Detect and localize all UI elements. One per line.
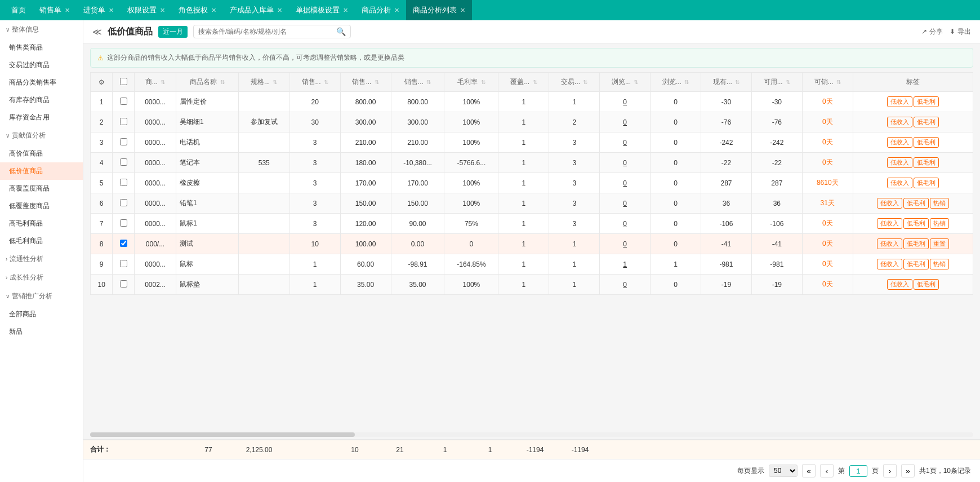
row-view1[interactable]: 1 xyxy=(600,254,651,275)
row-checkbox-cell[interactable] xyxy=(113,173,135,193)
row-checkbox[interactable] xyxy=(120,138,127,145)
sidebar-group-marketing[interactable]: ∨ 营销推广分析 xyxy=(0,287,83,306)
view1-link[interactable]: 0 xyxy=(623,220,627,228)
sidebar-group-overall[interactable]: ∨ 整体信息 xyxy=(0,20,83,39)
share-button[interactable]: ↗ 分享 xyxy=(921,27,943,37)
row-checkbox-cell[interactable] xyxy=(113,112,135,132)
row-view1[interactable]: 0 xyxy=(600,92,651,112)
row-view1[interactable]: 0 xyxy=(600,112,651,132)
scrollbar-thumb[interactable] xyxy=(90,432,355,437)
row-checkbox[interactable] xyxy=(120,158,127,166)
row-checkbox[interactable] xyxy=(120,199,127,206)
row-view1[interactable]: 0 xyxy=(600,153,651,173)
collapse-sidebar-button[interactable]: ≪ xyxy=(92,26,102,37)
sidebar-item-all-products[interactable]: 全部商品 xyxy=(0,306,83,323)
sidebar-group-contribution[interactable]: ∨ 贡献值分析 xyxy=(0,126,83,145)
nav-item-analysis[interactable]: 商品分析 ✕ xyxy=(355,0,406,20)
view1-link[interactable]: 0 xyxy=(623,240,627,248)
view1-link[interactable]: 0 xyxy=(623,281,627,289)
sidebar-item-low-margin[interactable]: 低毛利商品 xyxy=(0,232,83,250)
row-view1[interactable]: 0 xyxy=(600,132,651,153)
search-icon[interactable]: 🔍 xyxy=(336,27,346,36)
row-checkbox-cell[interactable] xyxy=(113,132,135,153)
nav-item-analysis-list[interactable]: 商品分析列表 ✕ xyxy=(406,0,472,20)
row-checkbox[interactable] xyxy=(120,260,127,267)
row-view1[interactable]: 0 xyxy=(600,173,651,193)
sellable-column-header[interactable]: 可销... ⇅ xyxy=(802,73,853,92)
sidebar-group-flow[interactable]: › 流通性分析 xyxy=(0,250,83,268)
sidebar-item-traded-products[interactable]: 交易过的商品 xyxy=(0,56,83,74)
close-icon[interactable]: ✕ xyxy=(343,7,348,14)
export-button[interactable]: ⬇ 导出 xyxy=(950,27,971,37)
view1-link[interactable]: 0 xyxy=(623,159,627,167)
nav-item-products[interactable]: 产成品入库单 ✕ xyxy=(223,0,289,20)
current-column-header[interactable]: 现有... ⇅ xyxy=(701,73,752,92)
settings-column-header[interactable]: ⚙ xyxy=(91,73,113,92)
next-page-button[interactable]: › xyxy=(883,464,897,477)
row-checkbox-cell[interactable] xyxy=(113,275,135,295)
row-checkbox[interactable] xyxy=(120,219,127,227)
view1-link[interactable]: 1 xyxy=(623,260,627,268)
checkbox-column-header[interactable] xyxy=(113,73,135,92)
sidebar-item-high-value[interactable]: 高价值商品 xyxy=(0,145,83,162)
close-icon[interactable]: ✕ xyxy=(160,7,165,14)
close-icon[interactable]: ✕ xyxy=(460,7,465,14)
sidebar-item-category-sales-rate[interactable]: 商品分类销售率 xyxy=(0,74,83,91)
sidebar-item-sales-products[interactable]: 销售类商品 xyxy=(0,39,83,56)
horizontal-scrollbar[interactable] xyxy=(90,432,973,437)
row-view1[interactable]: 0 xyxy=(600,234,651,254)
view1-column-header[interactable]: 浏览... ⇅ xyxy=(600,73,651,92)
first-page-button[interactable]: « xyxy=(802,464,816,477)
view1-link[interactable]: 0 xyxy=(623,179,627,187)
view1-link[interactable]: 0 xyxy=(623,139,627,147)
row-view1[interactable]: 0 xyxy=(600,193,651,214)
nav-item-templates[interactable]: 单据模板设置 ✕ xyxy=(289,0,355,20)
close-icon[interactable]: ✕ xyxy=(211,7,216,14)
row-view1[interactable]: 0 xyxy=(600,214,651,234)
nav-item-sales[interactable]: 销售单 ✕ xyxy=(33,0,77,20)
sales-cost-column-header[interactable]: 销售... ⇅ xyxy=(391,73,444,92)
sidebar-item-high-margin[interactable]: 高毛利商品 xyxy=(0,215,83,232)
code-column-header[interactable]: 商... ⇅ xyxy=(135,73,176,92)
sidebar-item-inventory-capital[interactable]: 库存资金占用 xyxy=(0,109,83,126)
trade-column-header[interactable]: 交易... ⇅ xyxy=(549,73,600,92)
view1-link[interactable]: 0 xyxy=(623,98,627,106)
row-checkbox-cell[interactable] xyxy=(113,234,135,254)
spec-column-header[interactable]: 规格... ⇅ xyxy=(238,73,289,92)
available-column-header[interactable]: 可用... ⇅ xyxy=(751,73,802,92)
row-checkbox-cell[interactable] xyxy=(113,92,135,112)
sales-amount-column-header[interactable]: 销售... ⇅ xyxy=(340,73,391,92)
row-checkbox-cell[interactable] xyxy=(113,254,135,275)
close-icon[interactable]: ✕ xyxy=(65,7,70,14)
gross-margin-column-header[interactable]: 毛利率 ⇅ xyxy=(444,73,498,92)
last-page-button[interactable]: » xyxy=(901,464,915,477)
per-page-select[interactable]: 50 100 200 xyxy=(769,465,798,477)
sidebar-item-high-coverage[interactable]: 高覆盖度商品 xyxy=(0,180,83,197)
settings-icon[interactable]: ⚙ xyxy=(99,78,105,86)
sidebar-item-new-products[interactable]: 新品 xyxy=(0,323,83,341)
prev-page-button[interactable]: ‹ xyxy=(820,464,834,477)
nav-item-purchase[interactable]: 进货单 ✕ xyxy=(77,0,121,20)
view2-column-header[interactable]: 浏览... ⇅ xyxy=(651,73,701,92)
row-checkbox-cell[interactable] xyxy=(113,153,135,173)
close-icon[interactable]: ✕ xyxy=(277,7,282,14)
row-checkbox[interactable] xyxy=(120,98,127,105)
sidebar-group-growth[interactable]: › 成长性分析 xyxy=(0,268,83,287)
close-icon[interactable]: ✕ xyxy=(394,7,399,14)
sales-qty-column-header[interactable]: 销售... ⇅ xyxy=(289,73,340,92)
row-checkbox[interactable] xyxy=(120,118,127,125)
nav-item-permissions[interactable]: 权限设置 ✕ xyxy=(121,0,172,20)
row-checkbox-cell[interactable] xyxy=(113,214,135,234)
current-page-input[interactable] xyxy=(849,465,867,477)
sidebar-item-low-coverage[interactable]: 低覆盖度商品 xyxy=(0,197,83,215)
row-checkbox-cell[interactable] xyxy=(113,193,135,214)
search-input[interactable] xyxy=(198,28,336,36)
close-icon[interactable]: ✕ xyxy=(109,7,114,14)
view1-link[interactable]: 0 xyxy=(623,200,627,207)
time-filter-button[interactable]: 近一月 xyxy=(158,26,188,38)
sidebar-item-stocked-products[interactable]: 有库存的商品 xyxy=(0,91,83,109)
view1-link[interactable]: 0 xyxy=(623,118,627,126)
row-checkbox[interactable] xyxy=(120,179,127,186)
select-all-checkbox[interactable] xyxy=(120,78,127,85)
sidebar-item-low-value[interactable]: 低价值商品 xyxy=(0,162,83,180)
